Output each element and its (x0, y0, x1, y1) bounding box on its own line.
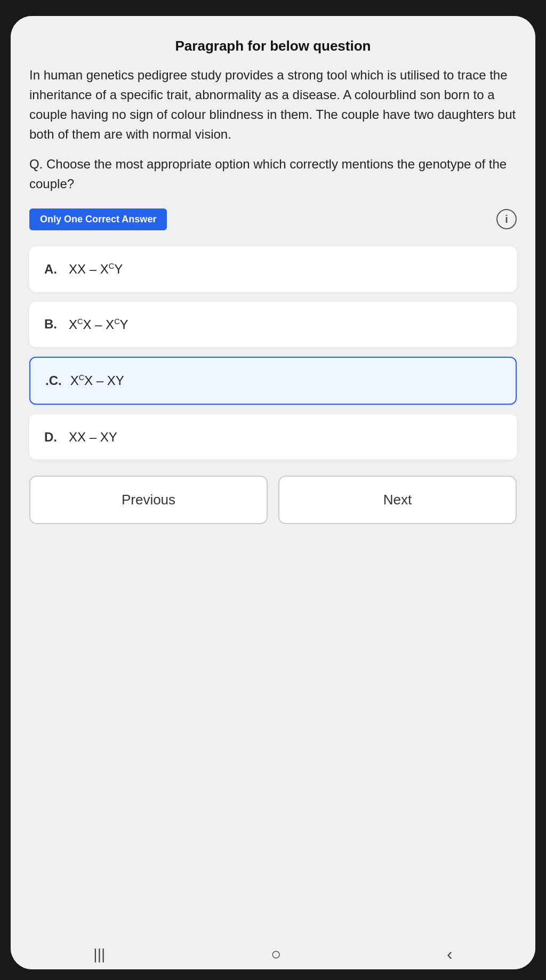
option-a-text: XX – XCY (69, 260, 123, 278)
previous-button[interactable]: Previous (29, 476, 268, 524)
content-area: Paragraph for below question In human ge… (11, 16, 535, 936)
option-a-label: A. (44, 262, 60, 277)
option-c-card[interactable]: .C. XCX – XY (29, 357, 517, 405)
menu-icon[interactable]: ||| (93, 946, 105, 963)
question-text: Q. Choose the most appropriate option wh… (29, 154, 517, 194)
screen: Paragraph for below question In human ge… (11, 16, 535, 969)
back-icon[interactable]: ‹ (447, 944, 453, 964)
option-b-text: XCX – XCY (69, 316, 129, 334)
paragraph-title: Paragraph for below question (29, 37, 517, 55)
next-button[interactable]: Next (278, 476, 517, 524)
option-d-card[interactable]: D. XX – XY (29, 414, 517, 460)
answer-type-row: Only One Correct Answer i (29, 208, 517, 230)
answer-badge: Only One Correct Answer (29, 208, 167, 230)
option-a-card[interactable]: A. XX – XCY (29, 246, 517, 292)
option-b-card[interactable]: B. XCX – XCY (29, 302, 517, 348)
option-d-text: XX – XY (69, 428, 117, 446)
option-b-label: B. (44, 317, 60, 332)
phone-frame: Paragraph for below question In human ge… (0, 0, 546, 980)
option-c-label: .C. (45, 373, 62, 388)
info-icon[interactable]: i (496, 209, 517, 229)
paragraph-body: In human genetics pedigree study provide… (29, 65, 517, 144)
nav-buttons: Previous Next (29, 476, 517, 540)
home-icon[interactable]: ○ (271, 944, 281, 964)
bottom-nav: ||| ○ ‹ (11, 936, 535, 969)
option-d-label: D. (44, 430, 60, 445)
options-container: A. XX – XCY B. XCX – XCY .C. XCX – XY D.… (29, 246, 517, 460)
option-c-text: XCX – XY (70, 372, 124, 390)
